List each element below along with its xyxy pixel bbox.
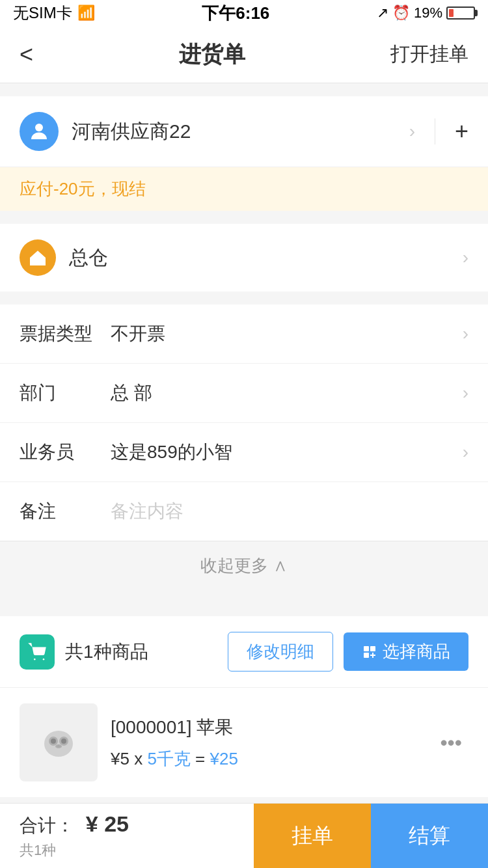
- supplier-row[interactable]: 河南供应商22 › +: [0, 96, 488, 167]
- product-qty: 5千克: [147, 749, 190, 768]
- warehouse-icon: [20, 239, 56, 276]
- product-thumbnail: [20, 703, 98, 781]
- pending-button[interactable]: 挂单: [254, 804, 371, 868]
- invoice-chevron-icon: ›: [463, 323, 468, 344]
- salesman-value: 这是859的小智: [111, 440, 463, 465]
- svg-rect-1: [35, 260, 40, 265]
- svg-rect-4: [364, 646, 369, 651]
- remark-label: 备注: [20, 499, 98, 524]
- product-count: 共1种商品: [65, 640, 228, 664]
- home-icon: [27, 247, 48, 268]
- form-section: 票据类型 不开票 › 部门 总 部 › 业务员 这是859的小智 › 备注 备注…: [0, 305, 488, 541]
- invoice-value: 不开票: [111, 321, 463, 346]
- dept-label: 部门: [20, 381, 98, 405]
- modify-detail-button[interactable]: 修改明细: [228, 632, 333, 671]
- product-icon: [20, 634, 55, 670]
- page-title: 进货单: [179, 40, 245, 70]
- location-icon: ↗: [377, 5, 388, 21]
- warehouse-row[interactable]: 总仓 ›: [0, 224, 488, 292]
- battery-icon: [446, 7, 475, 20]
- dept-row[interactable]: 部门 总 部 ›: [0, 364, 488, 423]
- remark-row[interactable]: 备注 备注内容: [0, 482, 488, 541]
- svg-point-3: [43, 658, 45, 660]
- open-pending-button[interactable]: 打开挂单: [390, 41, 468, 68]
- salesman-chevron-icon: ›: [463, 442, 468, 463]
- nav-bar: < 进货单 打开挂单: [0, 26, 488, 83]
- svg-rect-6: [364, 653, 369, 658]
- warehouse-chevron-icon: ›: [463, 247, 468, 268]
- product-header: 共1种商品 修改明细 选择商品: [0, 616, 488, 688]
- total-label: 合计：: [20, 815, 74, 835]
- dept-chevron-icon: ›: [463, 383, 468, 403]
- notice-bar: 应付-20元，现结: [0, 167, 488, 211]
- remark-placeholder: 备注内容: [111, 499, 468, 524]
- checkout-button[interactable]: 结算: [371, 804, 488, 868]
- svg-point-0: [35, 124, 43, 131]
- gap-2: [0, 590, 488, 603]
- dept-value: 总 部: [111, 381, 463, 405]
- product-price: ¥5 x 5千克 = ¥25: [111, 748, 433, 770]
- status-bar: 无SIM卡 📶 下午6:16 ↗ ⏰ 19%: [0, 0, 488, 26]
- supplier-avatar: [20, 112, 59, 151]
- select-product-label: 选择商品: [383, 640, 450, 663]
- product-name: [0000001] 苹果: [111, 715, 433, 740]
- select-product-button[interactable]: 选择商品: [344, 632, 468, 671]
- svg-point-7: [44, 731, 73, 757]
- total-main: 合计： ¥ 25: [20, 811, 234, 838]
- footer-total: 合计： ¥ 25 共1种: [0, 811, 254, 860]
- warehouse-section: 总仓 ›: [0, 224, 488, 292]
- owl-icon: [39, 723, 78, 762]
- supplier-divider: [435, 118, 435, 144]
- invoice-label: 票据类型: [20, 321, 98, 346]
- svg-point-2: [34, 658, 36, 660]
- user-icon: [27, 120, 51, 143]
- product-more-button[interactable]: •••: [433, 724, 468, 761]
- back-button[interactable]: <: [20, 41, 33, 68]
- invoice-row[interactable]: 票据类型 不开票 ›: [0, 305, 488, 364]
- gap-1: [0, 83, 488, 96]
- svg-rect-5: [370, 646, 375, 651]
- status-left: 无SIM卡 📶: [13, 3, 95, 23]
- salesman-label: 业务员: [20, 440, 98, 465]
- total-sub: 共1种: [20, 841, 234, 860]
- product-item: [0000001] 苹果 ¥5 x 5千克 = ¥25 •••: [0, 688, 488, 797]
- warehouse-name: 总仓: [69, 245, 463, 271]
- collapse-bar[interactable]: 收起更多 ∧: [0, 541, 488, 590]
- total-amount: ¥ 25: [86, 811, 129, 836]
- add-button[interactable]: +: [455, 118, 468, 145]
- product-total: ¥25: [210, 749, 238, 768]
- svg-point-11: [61, 739, 66, 744]
- select-icon: [362, 644, 377, 660]
- battery-label: 19%: [414, 5, 442, 21]
- svg-point-10: [51, 739, 56, 744]
- battery-fill: [449, 9, 454, 17]
- supplier-section: 河南供应商22 › + 应付-20元，现结: [0, 96, 488, 211]
- carrier-label: 无SIM卡: [13, 3, 72, 23]
- supplier-name: 河南供应商22: [72, 118, 409, 145]
- supplier-chevron-icon: ›: [409, 121, 415, 142]
- status-time: 下午6:16: [202, 2, 269, 25]
- status-right: ↗ ⏰ 19%: [377, 5, 475, 21]
- salesman-row[interactable]: 业务员 这是859的小智 ›: [0, 423, 488, 482]
- cart-icon: [27, 642, 47, 662]
- product-info: [0000001] 苹果 ¥5 x 5千克 = ¥25: [111, 715, 433, 770]
- wifi-icon: 📶: [77, 5, 95, 21]
- alarm-icon: ⏰: [392, 5, 410, 21]
- footer: 合计： ¥ 25 共1种 挂单 结算: [0, 803, 488, 868]
